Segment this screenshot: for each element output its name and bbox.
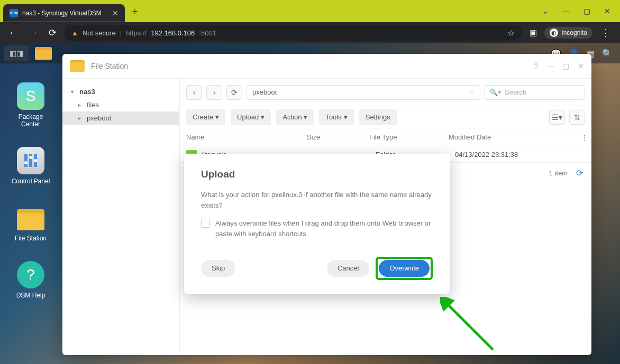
chevron-down-icon[interactable]: ⌄ (542, 7, 549, 15)
footer-reload-icon[interactable]: ⟳ (576, 168, 583, 178)
dock-label: DSM Help (16, 292, 45, 299)
create-button[interactable]: Create▾ (186, 109, 225, 125)
window-close-icon[interactable]: ✕ (578, 62, 584, 70)
col-size[interactable]: Size (307, 133, 369, 141)
file-station-window: File Station ? — ▢ ✕ ▾nas3 ▸files ▸pxebo… (62, 54, 591, 355)
nav-back-icon[interactable]: ← (5, 27, 21, 39)
tab-favicon: DSM (10, 9, 18, 17)
action-button[interactable]: Action▾ (276, 109, 314, 125)
nav-forward-button[interactable]: › (206, 85, 222, 100)
window-app-icon (70, 60, 85, 72)
incognito-icon: ◐ (550, 29, 558, 37)
item-count: 1 item (549, 169, 568, 177)
nav-forward-icon: → (25, 27, 41, 39)
dock-package-center[interactable]: S Package Center (10, 82, 52, 128)
bookmark-star-icon[interactable]: ☆ (507, 28, 515, 38)
warning-icon: ▲ (71, 29, 78, 37)
col-type[interactable]: File Type (369, 133, 449, 141)
tools-button[interactable]: Tools▾ (319, 109, 353, 125)
tree-root[interactable]: ▾nas3 (62, 85, 179, 98)
svg-point-4 (29, 156, 32, 159)
dock-file-station[interactable]: File Station (10, 204, 52, 242)
control-panel-icon (17, 147, 44, 174)
dialog-message: What is your action for pxelinux.0 if an… (201, 190, 433, 211)
search-input[interactable]: 🔍▾ Search (485, 85, 585, 100)
svg-point-3 (24, 161, 28, 164)
url-scheme: https:// (126, 29, 147, 37)
dsm-taskbar-filestation-icon[interactable] (35, 47, 52, 60)
search-placeholder: Search (505, 88, 526, 96)
upload-button[interactable]: Upload▾ (231, 109, 271, 125)
window-help-icon[interactable]: ? (534, 62, 538, 70)
dock-label: File Station (15, 235, 47, 242)
annotation-highlight: Overwrite (376, 257, 433, 280)
refresh-button[interactable]: ⟳ (226, 85, 242, 100)
folder-tree: ▾nas3 ▸files ▸pxeboot (62, 79, 180, 355)
nav-reload-icon[interactable]: ⟳ (45, 27, 60, 39)
col-date[interactable]: Modified Date (449, 133, 577, 141)
new-tab-button[interactable]: ＋ (130, 5, 140, 17)
view-list-icon[interactable]: ☰▾ (549, 110, 565, 125)
cell-date: 04/13/2022 23:31:38 (455, 151, 591, 158)
dock-label: Package Center (10, 113, 52, 128)
col-options-icon[interactable]: ⋮ (577, 133, 591, 141)
path-star-icon[interactable]: ☆ (468, 88, 475, 96)
dock-control-panel[interactable]: Control Panel (10, 147, 52, 185)
panel-icon[interactable]: ▣ (526, 28, 540, 38)
col-name[interactable]: Name (180, 133, 307, 141)
skip-button[interactable]: Skip (201, 260, 235, 277)
package-center-icon: S (17, 82, 44, 110)
window-maximize-icon[interactable]: ▢ (562, 62, 569, 70)
window-maximize-icon[interactable]: ▢ (583, 7, 590, 15)
dock-label: Control Panel (12, 178, 50, 185)
overwrite-button[interactable]: Overwrite (379, 260, 430, 277)
dsm-apps-icon[interactable]: ◧◨ (4, 45, 29, 61)
tab-title: nas3 - Synology VirtualDSM (22, 10, 102, 17)
incognito-label: Incognito (561, 29, 587, 36)
svg-point-5 (34, 159, 37, 162)
tab-close-icon[interactable]: ✕ (112, 9, 118, 17)
checkbox-label: Always overwrite files when I drag and d… (215, 218, 433, 239)
tree-item-files[interactable]: ▸files (62, 98, 179, 111)
nav-back-button[interactable]: ‹ (186, 85, 202, 100)
column-headers: Name Size File Type Modified Date ⋮ (180, 128, 591, 146)
window-minimize-icon[interactable]: — (562, 7, 570, 15)
upload-dialog: Upload What is your action for pxelinux.… (184, 154, 450, 294)
path-field[interactable]: pxeboot ☆ (247, 85, 480, 100)
tray-search-icon[interactable]: 🔍 (602, 49, 613, 59)
search-icon: 🔍▾ (489, 88, 502, 96)
help-icon: ? (17, 261, 44, 288)
path-text: pxeboot (252, 88, 277, 96)
address-bar[interactable]: ▲ Not secure | https:// 192.168.0.106 :5… (64, 25, 522, 41)
svg-rect-0 (24, 154, 28, 167)
cancel-button[interactable]: Cancel (327, 260, 369, 277)
browser-tab[interactable]: DSM nas3 - Synology VirtualDSM ✕ (3, 4, 125, 22)
settings-button[interactable]: Settings (359, 109, 397, 125)
always-overwrite-checkbox[interactable] (201, 219, 210, 228)
dialog-title: Upload (201, 169, 433, 180)
tree-item-pxeboot[interactable]: ▸pxeboot (62, 111, 179, 125)
browser-menu-icon[interactable]: ⋮ (597, 27, 615, 39)
not-secure-label: Not secure (83, 29, 116, 37)
view-sort-icon[interactable]: ⇅ (569, 110, 585, 125)
window-minimize-icon[interactable]: — (546, 62, 554, 70)
file-station-icon (17, 204, 44, 231)
dock-dsm-help[interactable]: ? DSM Help (10, 261, 52, 299)
url-host: 192.168.0.106 (151, 29, 195, 37)
url-port: :5001 (199, 29, 216, 37)
window-title: File Station (91, 62, 128, 70)
window-close-icon[interactable]: ✕ (604, 7, 610, 15)
incognito-badge[interactable]: ◐ Incognito (544, 27, 592, 39)
